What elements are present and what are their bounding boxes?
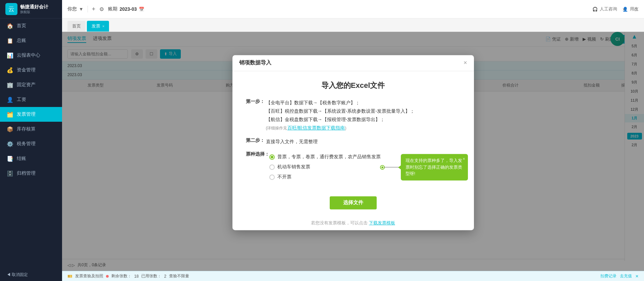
radio-motor-btn[interactable]: [269, 165, 275, 170]
tab-invoice-tab[interactable]: 发票×: [87, 21, 109, 32]
import-dialog: 销项数据导入 × 导入您的Excel文件 第一步： 【全电平台】数据下载→【税务…: [232, 55, 474, 230]
inventory-icon: 📦: [7, 126, 13, 132]
account-arrow-icon: ▼: [79, 6, 84, 12]
sidebar-item-closing[interactable]: 📑 结账: [0, 151, 62, 166]
archive-icon: 🗄️: [7, 170, 13, 177]
step1-line3: 【航信】金税盘数据下载→【报税管理-发票数据导出】；: [266, 115, 461, 124]
bottom-close-btn[interactable]: ✕: [635, 274, 639, 279]
tooltip-text: 现在支持的票种多了，导入发票时别忘了选择正确的发票类型呀!: [406, 158, 462, 176]
tax-label: 税务管理: [17, 141, 36, 147]
bottom-bar-right: 扣费记录 去充值 ✕: [600, 273, 639, 279]
sidebar-item-assets[interactable]: 🏢 固定资产: [0, 77, 62, 92]
period-value: 2023-03: [119, 6, 137, 12]
tooltip-box: × 现在支持的票种多了，导入发票时别忘了选择正确的发票类型呀!: [401, 154, 468, 181]
radio-general: 普票，专票，卷票，通行费发票，农产品销售发票: [269, 154, 381, 160]
dialog-step1: 第一步： 【全电平台】数据下载→【税务数字账户】； 【百旺】税控盘数据下载→【系…: [246, 99, 461, 132]
ledger-label: 总账: [17, 38, 26, 44]
sidebar-item-invoice[interactable]: 🗂️ 发票管理: [0, 107, 62, 122]
closing-label: 结账: [17, 156, 26, 162]
radio-noinvoice-btn[interactable]: [269, 175, 275, 180]
ticket-icon[interactable]: 🎫: [67, 274, 72, 279]
assets-icon: 🏢: [7, 81, 13, 88]
tabs-row: 首页发票×: [62, 18, 644, 32]
close-window-btn[interactable]: ×: [619, 5, 629, 14]
archive-label: 归档管理: [17, 170, 36, 176]
main-area: 你您 ▼ + ⚙ 账期 2023-03 📅 🎧 人工咨询 👤 用友: [62, 0, 644, 281]
logo-icon: 云: [5, 3, 17, 15]
sidebar-item-archive[interactable]: 🗄️ 归档管理: [0, 166, 62, 181]
radio-motor-label: 机动车销售发票: [277, 164, 310, 170]
tooltip-anchor: × 现在支持的票种多了，导入发票时别忘了选择正确的发票类型呀!: [381, 154, 468, 181]
step1-label: 第一步：: [246, 99, 266, 132]
calendar-icon[interactable]: 📅: [139, 7, 144, 12]
ledger-icon: 📋: [7, 37, 13, 44]
download-template-link[interactable]: 下载发票模板: [369, 221, 395, 226]
used-value: 2: [164, 274, 166, 279]
add-icon[interactable]: +: [92, 6, 96, 13]
step1-line1: 【全电平台】数据下载→【税务数字账户】；: [266, 99, 461, 107]
dialog-title: 销项数据导入: [239, 59, 271, 66]
tooltip-close-btn[interactable]: ×: [463, 156, 465, 162]
home-icon: 🏠: [7, 22, 13, 29]
surplus-value: 18: [134, 274, 139, 279]
invoice-icon: 🗂️: [7, 111, 13, 118]
radio-motor: 机动车销售发票 × 现在支持的票种多了，导入发票时别忘了选择正确的发票类型呀!: [269, 164, 381, 170]
dialog-actions: 选择文件: [246, 196, 461, 210]
dialog-footer: 若您没有发票模板，可以点击 下载发票模板: [232, 220, 474, 230]
inventory-label: 库存核算: [17, 126, 36, 132]
maximize-window-btn[interactable]: □: [631, 5, 641, 14]
radio-group: 普票，专票，卷票，通行费发票，农产品销售发票 机动车销售发票: [269, 154, 381, 184]
tab-label-home-tab: 首页: [72, 23, 81, 29]
logo-text: 畅捷通好会计 旗舰版: [20, 4, 48, 14]
dialog-close-btn[interactable]: ×: [464, 59, 467, 66]
headset-icon: 🎧: [592, 7, 598, 12]
settings-icon[interactable]: ⚙: [99, 6, 104, 12]
radio-general-label: 普票，专票，卷票，通行费发票，农产品销售发票: [277, 154, 381, 160]
radio-noinvoice-label: 不开票: [277, 174, 291, 180]
ticket-select-label: 票种选择：: [246, 152, 269, 191]
sidebar-item-ledger[interactable]: 📋 总账: [0, 33, 62, 48]
sidebar: 云 畅捷通好会计 旗舰版 🏠 首页 📋 总账 📊 云报表中心 💰 资金管理 🏢 …: [0, 0, 62, 281]
topbar-divider: [88, 6, 88, 12]
sidebar-item-home[interactable]: 🏠 首页: [0, 18, 62, 33]
sidebar-item-tax[interactable]: ⚙️ 税务管理: [0, 136, 62, 151]
step1-line2: 【百旺】税控盘数据下载→【系统设置-系统参数设置-发票批量导入】；: [266, 107, 461, 115]
check-label: 查验不限量: [169, 273, 189, 279]
step2-content: 直接导入文件，无需整理: [266, 138, 461, 146]
dialog-ticket-select: 票种选择： 普票，专票，卷票，通行费发票，农产品销售发票 机动车销售发票: [246, 152, 461, 191]
select-file-btn[interactable]: 选择文件: [330, 196, 377, 210]
reports-icon: 📊: [7, 52, 13, 59]
sidebar-item-reports[interactable]: 📊 云报表中心: [0, 48, 62, 63]
sidebar-item-funds[interactable]: 💰 资金管理: [0, 63, 62, 77]
recharge-record-link[interactable]: 扣费记录: [600, 273, 616, 279]
sidebar-unpin-btn[interactable]: ◀ 取消固定: [0, 269, 62, 281]
content-area: 销项发票 进项发票 📄 凭证 ⊕ 新增 ▶: [62, 32, 644, 271]
sidebar-item-payroll[interactable]: 👤 工资: [0, 92, 62, 107]
invoice-label: 发票管理: [17, 111, 36, 117]
funds-icon: 💰: [7, 67, 13, 73]
reports-label: 云报表中心: [17, 52, 40, 58]
radio-general-btn[interactable]: [269, 155, 275, 160]
home-label: 首页: [17, 23, 26, 29]
assets-label: 固定资产: [17, 82, 36, 88]
step1-content: 【全电平台】数据下载→【税务数字账户】； 【百旺】税控盘数据下载→【系统设置-系…: [266, 99, 461, 132]
ticket-label: 发票查验及拍照: [75, 273, 103, 279]
dialog-big-title: 导入您的Excel文件: [246, 80, 461, 91]
sidebar-logo: 云 畅捷通好会计 旗舰版: [0, 0, 62, 18]
dialog-body: 导入您的Excel文件 第一步： 【全电平台】数据下载→【税务数字账户】； 【百…: [232, 71, 474, 220]
tab-close-invoice-tab[interactable]: ×: [102, 24, 104, 28]
payroll-label: 工资: [17, 97, 26, 103]
tab-home-tab[interactable]: 首页: [67, 21, 86, 32]
sidebar-item-inventory[interactable]: 📦 库存核算: [0, 122, 62, 136]
go-recharge-link[interactable]: 去充值: [620, 273, 632, 279]
account-selector[interactable]: 你您 ▼: [67, 6, 84, 12]
consult-btn[interactable]: 🎧 人工咨询: [592, 6, 617, 12]
surplus-label: 剩余张数：: [111, 273, 131, 279]
step2-label: 第二步：: [246, 138, 266, 146]
sidebar-nav: 🏠 首页 📋 总账 📊 云报表中心 💰 资金管理 🏢 固定资产 👤 工资 🗂️ …: [0, 18, 62, 269]
used-label: 已用张数：: [141, 273, 161, 279]
step1-link[interactable]: 百旺/航信发票数据下载指南: [287, 125, 345, 130]
bottom-bar-left: 🎫 发票查验及拍照 剩余张数： 18 已用张数： 2 查验不限量: [67, 273, 189, 279]
funds-label: 资金管理: [17, 67, 36, 73]
dialog-step2: 第二步： 直接导入文件，无需整理: [246, 138, 461, 146]
